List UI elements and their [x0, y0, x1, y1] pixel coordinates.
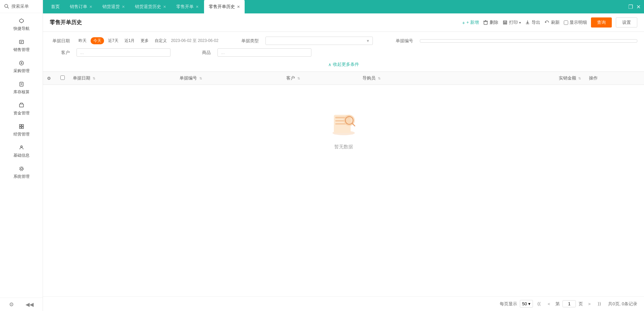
- empty-image: [327, 105, 360, 139]
- sidebar-collapse-icon[interactable]: ◀◀: [26, 301, 34, 308]
- sidebar-item-finance[interactable]: 资金管理: [0, 98, 43, 119]
- sidebar-settings-icon[interactable]: ⚙: [9, 301, 14, 308]
- window-restore-icon[interactable]: ❐: [628, 4, 633, 10]
- docno-filter-input[interactable]: [420, 39, 637, 43]
- type-filter-select[interactable]: ▾: [265, 37, 373, 45]
- th-date: 单据日期 ⇅: [69, 72, 176, 85]
- sidebar-item-sales-mgmt[interactable]: 销售管理: [0, 34, 43, 55]
- print-button[interactable]: 打印 ▾: [502, 19, 521, 25]
- goods-filter-input[interactable]: ...: [217, 48, 311, 57]
- table-wrapper: ⚙ 单据日期 ⇅ 单据编号 ⇅: [43, 72, 644, 296]
- collapse-arrow-icon: ∧: [328, 62, 332, 67]
- sidebar: 搜索采单 快捷导航 销售管理 采购管理 库存核算: [0, 0, 43, 311]
- search-menu-btn[interactable]: 搜索采单: [0, 0, 43, 13]
- table-header-row: ⚙ 单据日期 ⇅ 单据编号 ⇅: [43, 72, 644, 85]
- refresh-icon: [544, 20, 550, 25]
- first-page-btn[interactable]: ⟨⟨: [536, 301, 542, 307]
- date-btn-1month[interactable]: 近1月: [122, 37, 137, 44]
- sidebar-item-sys-mgmt[interactable]: 系统管理: [0, 161, 43, 182]
- date-range-display: 2023-06-02 至 2023-06-02: [171, 38, 218, 44]
- print-label: 打印: [509, 19, 518, 25]
- date-btn-more[interactable]: 更多: [139, 37, 151, 44]
- empty-state: 暂无数据: [43, 85, 644, 170]
- settings-button[interactable]: 设置: [616, 17, 637, 28]
- svg-rect-10: [19, 104, 23, 107]
- sidebar-item-ops-mgmt[interactable]: 经营管理: [0, 119, 43, 140]
- refresh-button[interactable]: 刷新: [544, 19, 560, 25]
- tab-retail-history-label: 零售开单历史: [209, 4, 235, 10]
- tab-sales-return-history-label: 销货退货历史: [135, 4, 161, 10]
- sidebar-item-purchase-mgmt[interactable]: 采购管理: [0, 55, 43, 76]
- add-button[interactable]: + + 新增: [462, 19, 479, 25]
- last-page-btn[interactable]: ⟩⟩: [596, 301, 603, 307]
- sidebar-item-basic-info[interactable]: 基础信息: [0, 140, 43, 161]
- next-page-btn[interactable]: ＞: [586, 300, 593, 308]
- ops-mgmt-icon: [18, 123, 25, 130]
- collapse-label: 收起更多条件: [333, 61, 359, 67]
- date-sort-icon[interactable]: ⇅: [93, 76, 95, 80]
- no-sort-icon[interactable]: ⇅: [199, 76, 202, 80]
- sales-mgmt-icon: [18, 38, 25, 46]
- th-amount-label: 实销金额: [559, 75, 576, 81]
- pagination: 每页显示 50 ▾ ⟨⟨ ＜ 第 页 ＞ ⟩⟩ 共0页, 0条记录: [43, 296, 644, 311]
- tab-sales-return-close[interactable]: ✕: [122, 5, 125, 9]
- tab-sales-order-close[interactable]: ✕: [89, 5, 92, 9]
- customer-filter-input[interactable]: ...: [77, 48, 170, 57]
- tab-sales-order[interactable]: 销售订单 ✕: [65, 0, 97, 13]
- sidebar-label-sales-mgmt: 销售管理: [13, 47, 30, 53]
- svg-rect-18: [484, 21, 487, 24]
- th-guide-label: 导购员: [362, 75, 376, 81]
- tab-sales-return-label: 销货退货: [102, 4, 120, 10]
- add-icon: +: [462, 20, 465, 25]
- th-customer: 客户 ⇅: [282, 72, 358, 85]
- tab-sales-return-history[interactable]: 销货退货历史 ✕: [130, 0, 171, 13]
- tab-retail-open[interactable]: 零售开单 ✕: [171, 0, 203, 13]
- query-button[interactable]: 查询: [591, 17, 612, 28]
- customer-sort-icon[interactable]: ⇅: [297, 76, 300, 80]
- inventory-icon: [18, 81, 25, 88]
- type-filter-label: 单据类型: [239, 38, 259, 44]
- quick-nav-icon: [18, 17, 25, 24]
- tab-sales-return[interactable]: 销货退货 ✕: [98, 0, 130, 13]
- date-btn-7days[interactable]: 近7天: [106, 37, 120, 44]
- tab-home[interactable]: 首页: [46, 0, 64, 13]
- th-date-label: 单据日期: [73, 75, 90, 81]
- select-all-checkbox[interactable]: [60, 75, 65, 80]
- sidebar-item-inventory[interactable]: 库存核算: [0, 76, 43, 98]
- svg-rect-3: [19, 40, 23, 44]
- sidebar-label-inventory: 库存核算: [13, 89, 30, 95]
- refresh-label: 刷新: [551, 19, 560, 25]
- date-btn-yesterday[interactable]: 昨天: [77, 37, 89, 44]
- export-button[interactable]: 导出: [525, 19, 540, 25]
- page-number-input[interactable]: [562, 300, 576, 307]
- date-btn-custom[interactable]: 自定义: [153, 37, 169, 44]
- svg-point-0: [5, 4, 8, 7]
- amount-sort-icon[interactable]: ⇅: [578, 76, 581, 80]
- collapse-filter-btn[interactable]: ∧ 收起更多条件: [50, 60, 637, 69]
- data-table: ⚙ 单据日期 ⇅ 单据编号 ⇅: [43, 72, 644, 85]
- page-size-arrow: ▾: [528, 301, 531, 306]
- delete-button[interactable]: 删除: [483, 19, 498, 25]
- print-icon: [502, 20, 508, 25]
- display-detail-input[interactable]: [564, 20, 568, 25]
- date-btn-today[interactable]: 今天: [91, 37, 104, 44]
- guide-sort-icon[interactable]: ⇅: [378, 76, 381, 80]
- tab-sales-return-history-close[interactable]: ✕: [163, 5, 166, 9]
- page-size-select[interactable]: 50 ▾: [520, 300, 533, 308]
- display-detail-checkbox[interactable]: 显示明细: [564, 19, 587, 25]
- svg-point-17: [19, 167, 23, 171]
- sidebar-item-quick-nav[interactable]: 快捷导航: [0, 13, 43, 34]
- tab-retail-history[interactable]: 零售开单历史 ✕: [204, 0, 245, 13]
- svg-rect-14: [22, 127, 23, 128]
- prev-page-btn[interactable]: ＜: [545, 300, 553, 308]
- table-settings-icon[interactable]: ⚙: [47, 76, 51, 81]
- window-controls: ❐ ✕: [628, 4, 641, 10]
- sidebar-label-purchase-mgmt: 采购管理: [13, 68, 30, 74]
- tab-retail-open-close[interactable]: ✕: [196, 5, 199, 9]
- window-close-icon[interactable]: ✕: [636, 4, 641, 10]
- svg-point-16: [20, 168, 22, 170]
- page-size-value: 50: [522, 301, 527, 306]
- tab-sales-order-label: 销售订单: [70, 4, 87, 10]
- sidebar-label-finance: 资金管理: [13, 110, 30, 116]
- tab-retail-history-close[interactable]: ✕: [237, 5, 240, 9]
